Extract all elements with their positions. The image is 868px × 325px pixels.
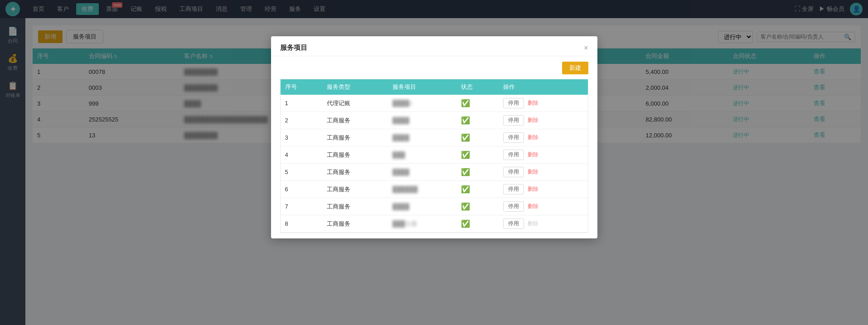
delete-button[interactable]: 删除 [528, 168, 538, 176]
modal-col-status: 状态 [456, 79, 499, 95]
modal-cell-type: 工商服务 [322, 129, 388, 146]
stop-button[interactable]: 停用 [503, 132, 524, 143]
modal-cell-status: ✅ [456, 146, 499, 164]
modal-cell-seq: 7 [281, 198, 323, 215]
modal-cell-item: ████ [388, 112, 456, 129]
list-item: 8 工商服务 ███注册 ✅ 停用 删除 [281, 215, 588, 233]
modal-cell-type: 代理记账 [322, 95, 388, 112]
modal-cell-seq: 2 [281, 112, 323, 129]
delete-button[interactable]: 删除 [528, 134, 538, 141]
stop-button[interactable]: 停用 [503, 115, 524, 126]
modal-toolbar: 新建 [280, 62, 588, 74]
modal-cell-status: ✅ [456, 95, 499, 112]
service-table: 序号 服务类型 服务项目 状态 操作 1 代理记账 ████1 ✅ 停用 删除 … [281, 79, 588, 233]
modal-cell-status: ✅ [456, 215, 499, 233]
modal-cell-action: 停用 删除 [499, 112, 588, 129]
modal-cell-status: ✅ [456, 112, 499, 129]
delete-button[interactable]: 删除 [528, 151, 538, 159]
modal-cell-type: 工商服务 [322, 112, 388, 129]
modal-cell-type: 工商服务 [322, 181, 388, 198]
modal-overlay: 服务项目 × 新建 序号 服务类型 服务项目 状态 操作 [0, 0, 868, 325]
modal-cell-action: 停用 删除 [499, 129, 588, 146]
modal-cell-item: ████ [388, 129, 456, 146]
delete-button[interactable]: 删除 [528, 99, 538, 107]
modal-col-action: 操作 [499, 79, 588, 95]
modal-cell-seq: 3 [281, 129, 323, 146]
modal-cell-seq: 1 [281, 95, 323, 112]
delete-button[interactable]: 删除 [528, 220, 538, 228]
status-check-icon: ✅ [461, 220, 470, 228]
modal-col-item: 服务项目 [388, 79, 456, 95]
modal-cell-item: ███注册 [388, 215, 456, 233]
service-modal: 服务项目 × 新建 序号 服务类型 服务项目 状态 操作 [271, 36, 597, 238]
status-check-icon: ✅ [461, 116, 470, 124]
status-check-icon: ✅ [461, 134, 470, 141]
modal-cell-action: 停用 删除 [499, 181, 588, 198]
modal-cell-item: ████ [388, 164, 456, 181]
modal-cell-type: 工商服务 [322, 146, 388, 164]
list-item: 5 工商服务 ████ ✅ 停用 删除 [281, 164, 588, 181]
status-check-icon: ✅ [461, 185, 470, 193]
modal-title: 服务项目 [280, 44, 307, 52]
list-item: 1 代理记账 ████1 ✅ 停用 删除 [281, 95, 588, 112]
modal-cell-seq: 6 [281, 181, 323, 198]
delete-button[interactable]: 删除 [528, 185, 538, 193]
delete-button[interactable]: 删除 [528, 203, 538, 210]
list-item: 6 工商服务 ██████ ✅ 停用 删除 [281, 181, 588, 198]
modal-cell-action: 停用 删除 [499, 215, 588, 233]
modal-table-wrap[interactable]: 序号 服务类型 服务项目 状态 操作 1 代理记账 ████1 ✅ 停用 删除 … [280, 79, 588, 233]
modal-cell-type: 工商服务 [322, 215, 388, 233]
stop-button[interactable]: 停用 [503, 150, 524, 160]
modal-cell-action: 停用 删除 [499, 146, 588, 164]
modal-cell-action: 停用 删除 [499, 95, 588, 112]
modal-close-button[interactable]: × [584, 44, 588, 52]
status-check-icon: ✅ [461, 203, 470, 210]
modal-cell-type: 工商服务 [322, 198, 388, 215]
modal-cell-status: ✅ [456, 164, 499, 181]
modal-cell-item: ████1 [388, 95, 456, 112]
stop-button[interactable]: 停用 [503, 184, 524, 194]
modal-cell-item: ████ [388, 198, 456, 215]
modal-cell-item: ███ [388, 146, 456, 164]
list-item: 7 工商服务 ████ ✅ 停用 删除 [281, 198, 588, 215]
modal-cell-type: 工商服务 [322, 164, 388, 181]
list-item: 3 工商服务 ████ ✅ 停用 删除 [281, 129, 588, 146]
modal-cell-item: ██████ [388, 181, 456, 198]
modal-cell-seq: 8 [281, 215, 323, 233]
modal-cell-action: 停用 删除 [499, 198, 588, 215]
modal-new-button[interactable]: 新建 [562, 62, 588, 74]
stop-button[interactable]: 停用 [503, 218, 524, 229]
modal-cell-status: ✅ [456, 198, 499, 215]
modal-col-seq: 序号 [281, 79, 323, 95]
modal-cell-seq: 4 [281, 146, 323, 164]
status-check-icon: ✅ [461, 151, 470, 159]
list-item: 2 工商服务 ████ ✅ 停用 删除 [281, 112, 588, 129]
status-check-icon: ✅ [461, 168, 470, 176]
status-check-icon: ✅ [461, 99, 470, 107]
modal-body: 新建 序号 服务类型 服务项目 状态 操作 1 代理记账 [271, 56, 597, 238]
stop-button[interactable]: 停用 [503, 98, 524, 108]
modal-cell-seq: 5 [281, 164, 323, 181]
list-item: 4 工商服务 ███ ✅ 停用 删除 [281, 146, 588, 164]
stop-button[interactable]: 停用 [503, 201, 524, 212]
delete-button[interactable]: 删除 [528, 116, 538, 124]
modal-cell-status: ✅ [456, 181, 499, 198]
stop-button[interactable]: 停用 [503, 167, 524, 177]
modal-cell-action: 停用 删除 [499, 164, 588, 181]
modal-col-type: 服务类型 [322, 79, 388, 95]
modal-cell-status: ✅ [456, 129, 499, 146]
modal-header: 服务项目 × [271, 36, 597, 56]
